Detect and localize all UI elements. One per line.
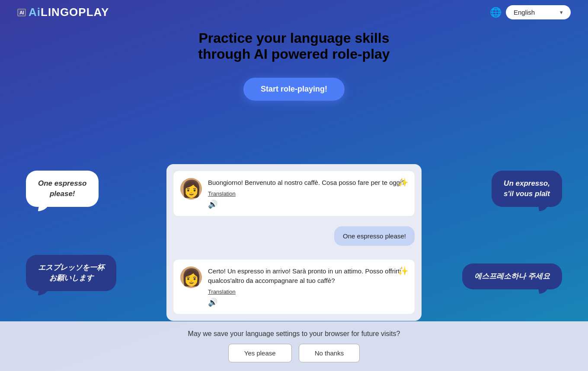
header: AI AiLINGOPLAY 🌐 English ▾ xyxy=(0,0,588,25)
translation-link-2[interactable]: Translation xyxy=(208,289,408,295)
user-bubble: One espresso please! xyxy=(166,223,422,253)
chat-message-1: Buongiorno! Benvenuto al nostro caffè. C… xyxy=(173,171,415,216)
speech-bubble-left1: One espresso please! xyxy=(26,171,99,207)
avatar-2 xyxy=(180,266,202,288)
speech-bubble-right1: Un expresso, s'il vous plaît xyxy=(492,171,562,207)
logo-icon: AI xyxy=(17,9,26,16)
message-text-1: Buongiorno! Benvenuto al nostro caffè. C… xyxy=(208,178,408,188)
chevron-down-icon: ▾ xyxy=(560,9,563,16)
hero-title: Practice your language skills through AI… xyxy=(0,30,588,62)
logo[interactable]: AI AiLINGOPLAY xyxy=(17,6,109,19)
bubble-korean-text: 에스프레소하나 주세요 xyxy=(474,272,550,280)
logo-ai-part: Ai xyxy=(29,6,41,19)
message-text-2: Certo! Un espresso in arrivo! Sarà pront… xyxy=(208,266,408,286)
yes-please-button[interactable]: Yes please xyxy=(228,344,292,362)
hero-title-line1: Practice your language skills xyxy=(198,30,389,46)
sparkle-icon-2[interactable]: ✨ xyxy=(398,266,409,276)
audio-icon-1[interactable]: 🔊 xyxy=(208,200,408,209)
bubble-english-line1: One espresso xyxy=(38,179,86,187)
language-selector[interactable]: 🌐 English ▾ xyxy=(490,5,571,19)
chat-message-2: Certo! Un espresso in arrivo! Sarà pront… xyxy=(173,260,415,314)
bubble-french-line1: Un expresso, xyxy=(504,179,550,187)
bubble-english-line2: please! xyxy=(50,190,75,198)
logo-text: AiLINGOPLAY xyxy=(29,6,109,19)
sparkle-icon-1[interactable]: ✨ xyxy=(398,177,409,187)
bubble-french-line2: s'il vous plaît xyxy=(504,190,550,198)
chat-section: Buongiorno! Benvenuto al nostro caffè. C… xyxy=(166,164,422,321)
bottom-bar: May we save your language settings to yo… xyxy=(0,321,588,371)
hero-section: Practice your language skills through AI… xyxy=(0,30,588,101)
chat-box: Buongiorno! Benvenuto al nostro caffè. C… xyxy=(166,164,422,321)
start-role-playing-button[interactable]: Start role-playing! xyxy=(243,78,345,101)
bottom-bar-message: May we save your language settings to yo… xyxy=(9,330,579,338)
message-content-1: Buongiorno! Benvenuto al nostro caffè. C… xyxy=(208,178,408,209)
avatar-1 xyxy=(180,178,202,200)
bubble-french: Un expresso, s'il vous plaît xyxy=(492,171,562,207)
bubble-english: One espresso please! xyxy=(26,171,99,207)
bubble-korean: 에스프레소하나 주세요 xyxy=(462,263,562,289)
bubble-japanese-line1: エスプレッソを一杯 xyxy=(38,263,104,272)
language-label: English xyxy=(514,9,535,16)
globe-icon: 🌐 xyxy=(490,7,502,18)
bubble-japanese: エスプレッソを一杯 お願いします xyxy=(26,255,116,291)
audio-icon-2[interactable]: 🔊 xyxy=(208,298,408,307)
avatar-face-2 xyxy=(180,266,202,288)
speech-bubble-left2: エスプレッソを一杯 お願いします xyxy=(26,255,116,291)
hero-title-line2: through AI powered role-play xyxy=(198,46,390,62)
bottom-bar-buttons: Yes please No thanks xyxy=(9,344,579,362)
translation-link-1[interactable]: Translation xyxy=(208,190,408,197)
language-dropdown[interactable]: English ▾ xyxy=(506,5,571,19)
user-reply-text: One espresso please! xyxy=(334,226,415,246)
bubble-japanese-line2: お願いします xyxy=(49,274,93,282)
message-content-2: Certo! Un espresso in arrivo! Sarà pront… xyxy=(208,266,408,307)
avatar-face-1 xyxy=(180,178,202,200)
no-thanks-button[interactable]: No thanks xyxy=(299,344,360,362)
logo-lingoplay-part: LINGOPLAY xyxy=(41,6,109,19)
speech-bubble-right2: 에스프레소하나 주세요 xyxy=(462,263,562,289)
